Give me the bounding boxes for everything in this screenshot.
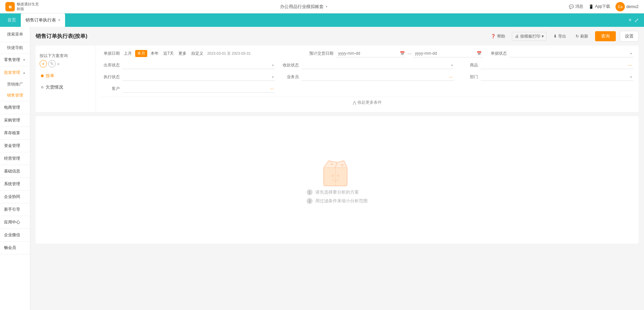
sidebar-quick-nav[interactable]: 快捷导航 <box>0 42 30 54</box>
sidebar-item-ecommerce[interactable]: 电商管理 <box>0 101 30 114</box>
sidebar-item-sales[interactable]: 销售管理 <box>0 90 30 101</box>
sidebar-item-member[interactable]: 畅会员 <box>0 242 30 254</box>
scheme-item-shortage[interactable]: 欠货情况 <box>36 82 96 93</box>
sidebar-item-basic[interactable]: 基础信息 <box>0 165 30 177</box>
department-select[interactable]: ▾ <box>481 73 633 81</box>
salesperson-select[interactable]: ··· <box>302 73 454 81</box>
sidebar-group-system: 系统管理 <box>0 178 30 191</box>
export-icon: ⬇ <box>553 34 557 39</box>
search-menu-btn[interactable]: 搜索菜单 <box>3 30 27 39</box>
nav-dropdown-arrow[interactable]: ▾ <box>326 5 327 8</box>
delivery-label: 出库状态 <box>101 62 120 68</box>
sidebar-item-system[interactable]: 系统管理 <box>0 178 30 190</box>
search-btn[interactable]: 查询 <box>595 31 616 41</box>
execution-select[interactable]: ▾ <box>122 73 275 81</box>
tab-sales-order[interactable]: 销售订单执行表 × <box>21 13 65 27</box>
collapse-scheme-btn[interactable]: « <box>57 61 60 66</box>
sidebar-group-basic: 基础信息 <box>0 165 30 178</box>
product-input[interactable] <box>481 61 628 69</box>
date-tab-custom[interactable]: 自定义 <box>190 50 205 57</box>
sidebar-item-finance[interactable]: 资金管理 <box>0 140 30 152</box>
edit-scheme-btn[interactable]: ✎ <box>48 60 56 67</box>
collection-input[interactable] <box>302 61 451 69</box>
sidebar-group-wechat: 企业微信 <box>0 229 30 242</box>
sidebar-item-guide[interactable]: 新手引导 <box>0 203 30 216</box>
salesperson-label: 业务员 <box>280 74 299 80</box>
sidebar-group-enterprise: 企业协同 <box>0 191 30 203</box>
product-select[interactable]: ··· <box>481 61 633 69</box>
top-header: 畅 畅捷通好生意 标版 办公用品行业模拟账套 ▾ 💬 消息 📱 App下载 Ea… <box>0 0 644 13</box>
sidebar-group-retail-title[interactable]: 零售管理 ▼ <box>0 54 30 66</box>
department-label: 部门 <box>460 74 478 80</box>
print-btn[interactable]: 🖨 按模板打印 ▾ <box>512 32 547 41</box>
sidebar-group-purchase: 采购管理 <box>0 114 30 127</box>
scheme-dot-active <box>41 74 44 77</box>
wholesale-arrow: ▲ <box>22 71 26 74</box>
collapse-more-btn[interactable]: ⋀ 收起更多条件 <box>101 97 633 108</box>
salesperson-dots[interactable]: ··· <box>449 74 454 80</box>
print-dropdown-arrow: ▾ <box>542 34 544 39</box>
salesperson-input[interactable] <box>302 73 449 81</box>
filter-product-field: 商品 ··· <box>460 61 633 69</box>
top-nav[interactable]: 办公用品行业模拟账套 ▾ <box>280 4 327 10</box>
execution-label: 执行状态 <box>101 74 120 80</box>
window-maximize-icon[interactable]: ⤢ <box>634 17 639 23</box>
svg-text:畅: 畅 <box>9 5 12 9</box>
tab-bar: 首页 销售订单执行表 × × ⤢ <box>0 13 644 27</box>
sidebar-group-finance: 资金管理 <box>0 140 30 152</box>
filter-panel: 按以下方案查询 + ✎ « 按单 欠货情况 <box>36 46 639 112</box>
sidebar-item-purchase[interactable]: 采购管理 <box>0 114 30 126</box>
sidebar-item-apps[interactable]: 应用中心 <box>0 216 30 228</box>
messages-btn[interactable]: 💬 消息 <box>569 4 583 9</box>
order-status-arrow: ▾ <box>630 52 633 55</box>
page-header: 销售订单执行表(按单) ❓ 帮助 🖨 按模板打印 ▾ ⬇ 导出 ↻ 刷新 <box>36 31 639 42</box>
delivery-select[interactable]: ▾ <box>122 61 275 69</box>
product-dots[interactable]: ··· <box>628 62 633 68</box>
date-tab-last-month[interactable]: 上月 <box>122 50 133 57</box>
sidebar-item-marketing[interactable]: 营销推广 <box>0 79 30 90</box>
collection-arrow: ▾ <box>451 63 454 67</box>
sidebar-item-operations[interactable]: 经营管理 <box>0 152 30 165</box>
tab-close-icon[interactable]: × <box>58 18 60 22</box>
sidebar-group-retail: 零售管理 ▼ <box>0 54 30 66</box>
sidebar-item-inventory[interactable]: 库存核算 <box>0 127 30 139</box>
execution-input[interactable] <box>122 73 272 81</box>
department-input[interactable] <box>481 73 630 81</box>
order-status-input[interactable] <box>509 50 630 57</box>
scheme-item-order[interactable]: 按单 <box>36 70 96 82</box>
customer-select[interactable]: ··· <box>122 85 275 93</box>
collection-select[interactable]: ▾ <box>302 61 454 69</box>
sidebar-group-member: 畅会员 <box>0 242 30 254</box>
filter-collection-field: 收款状态 ▾ <box>280 61 454 69</box>
forecast-date-end-input[interactable] <box>413 50 477 57</box>
tab-home[interactable]: 首页 <box>3 13 21 27</box>
header-right: 💬 消息 📱 App下载 Ea demo2 <box>569 2 639 11</box>
date-tab-more[interactable]: 更多 <box>177 50 188 57</box>
customer-input[interactable] <box>122 85 270 92</box>
window-close-icon[interactable]: × <box>629 17 632 23</box>
settings-btn[interactable]: 设置 <box>620 31 639 42</box>
help-btn[interactable]: ❓ 帮助 <box>488 32 508 41</box>
logo-icon: 畅 <box>5 2 15 11</box>
date-range-separator: — <box>408 51 412 56</box>
app-download-btn[interactable]: 📱 App下载 <box>589 4 610 9</box>
page-actions: ❓ 帮助 🖨 按模板打印 ▾ ⬇ 导出 ↻ 刷新 查询 设置 <box>488 31 639 42</box>
empty-hint-1: 1 请先选择要分析的方案 <box>307 189 368 195</box>
scheme-title: 按以下方案查询 <box>40 53 68 59</box>
print-icon: 🖨 <box>515 34 519 39</box>
sidebar-item-enterprise[interactable]: 企业协同 <box>0 191 30 203</box>
content-area: 销售订单执行表(按单) ❓ 帮助 🖨 按模板打印 ▾ ⬇ 导出 ↻ 刷新 <box>30 27 644 310</box>
add-scheme-btn[interactable]: + <box>40 60 47 67</box>
order-status-select[interactable]: ▾ <box>509 50 633 57</box>
date-tab-this-month[interactable]: 本月 <box>135 50 147 57</box>
refresh-btn[interactable]: ↻ 刷新 <box>573 32 591 41</box>
date-tab-this-year[interactable]: 本年 <box>149 50 160 57</box>
delivery-input[interactable] <box>122 61 272 69</box>
date-tab-7days[interactable]: 近7天 <box>162 50 175 57</box>
sidebar-item-wechat[interactable]: 企业微信 <box>0 229 30 241</box>
customer-dots[interactable]: ··· <box>270 86 275 91</box>
export-btn[interactable]: ⬇ 导出 <box>551 32 569 41</box>
user-profile[interactable]: Ea demo2 <box>615 2 639 11</box>
sidebar-group-wholesale-title[interactable]: 批发管理 ▲ <box>0 66 30 79</box>
forecast-date-start-input[interactable] <box>336 50 400 57</box>
